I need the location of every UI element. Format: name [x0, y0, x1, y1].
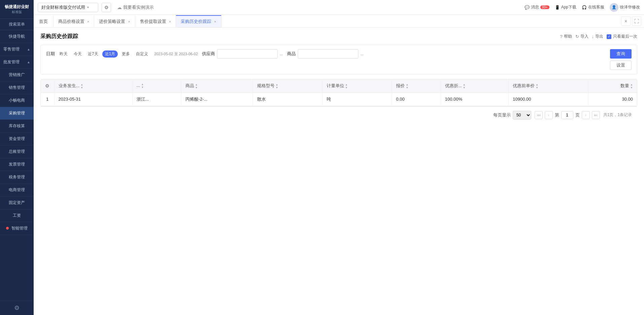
goods-input[interactable]: [298, 49, 358, 59]
settings-gear-icon: ⚙: [14, 305, 20, 311]
sidebar-item-ecommerce[interactable]: 电商管理: [0, 184, 34, 197]
sidebar-item-ai[interactable]: 智能管理: [0, 222, 34, 235]
first-page-btn[interactable]: ⏮: [535, 111, 543, 119]
date-opt-today[interactable]: 今天: [72, 50, 84, 58]
only-last-checkbox[interactable]: ✓: [607, 34, 611, 39]
import-label: 导入: [580, 34, 588, 39]
gear-col-icon[interactable]: ⚙: [45, 83, 49, 89]
sidebar-item-retail[interactable]: 零售管理 ▲: [0, 43, 34, 56]
gear-icon: ⚙: [104, 5, 109, 10]
table-body: 1 2023-05-31 浙江... 丙烯酸-2-... 散水 吨 0.00 1…: [41, 93, 637, 106]
close-icon-purchase-strategy[interactable]: ×: [128, 20, 130, 24]
cell-quantity: 30.00: [588, 93, 637, 106]
sidebar-search[interactable]: 搜索菜单: [0, 19, 34, 30]
cell-supplier: 浙江...: [132, 93, 181, 106]
th-discount[interactable]: 优惠折...▲▼: [441, 79, 508, 93]
filter-bar: 日期 昨天 今天 近7天 近1月 更多 自定义 2023-05-02 至 202…: [40, 45, 637, 74]
import-btn[interactable]: ↻ 导入: [575, 34, 588, 39]
page-inner: 采购历史价跟踪 ? 帮助 ↻ 导入 ↓ 导出 ✓: [34, 28, 644, 315]
only-last-checkbox-wrap[interactable]: ✓ 只看最后一次: [607, 34, 637, 39]
sidebar-item-ledger[interactable]: 总账管理: [0, 145, 34, 158]
dot-icon-ai: [6, 227, 9, 230]
demo-label: 我要看实例演示: [123, 4, 154, 10]
sidebar-item-fixed-assets[interactable]: 固定资产: [0, 197, 34, 209]
th-date[interactable]: 业务发生...▲▼: [54, 79, 132, 93]
sort-icon-more: ▲▼: [141, 83, 144, 89]
demo-link[interactable]: ☁ 我要看实例演示: [117, 4, 154, 10]
prev-page-btn[interactable]: ‹: [545, 111, 553, 119]
th-price[interactable]: 报价▲▼: [392, 79, 441, 93]
th-goods[interactable]: 商品▲▼: [181, 79, 253, 93]
sidebar-item-inventory[interactable]: 库存核算: [0, 120, 34, 133]
sidebar-item-ecommerce-small[interactable]: 小畅电商: [0, 94, 34, 107]
export-icon: ↓: [592, 34, 594, 39]
date-filter-label: 日期: [46, 51, 55, 57]
topbar-gear-btn[interactable]: ⚙: [102, 3, 111, 12]
close-icon-goods-price[interactable]: ×: [87, 20, 89, 24]
date-opt-custom[interactable]: 自定义: [134, 50, 150, 58]
close-all-icon: ×: [624, 19, 627, 24]
sidebar-item-salary[interactable]: 工资: [0, 209, 34, 222]
online-service-btn[interactable]: 🎧 在线客服: [582, 4, 604, 10]
sort-icon-unit: ▲▼: [345, 83, 348, 89]
supplier-input[interactable]: [217, 49, 278, 59]
per-page-label: 每页显示: [493, 112, 511, 118]
date-opt-more[interactable]: 更多: [120, 50, 132, 58]
sidebar-item-marketing[interactable]: 营销推广: [0, 69, 34, 81]
supplier-label: 供应商: [202, 51, 215, 57]
next-page-btn[interactable]: ›: [582, 111, 590, 119]
message-btn[interactable]: 💬 消息 99+: [525, 4, 549, 10]
last-page-btn[interactable]: ⏭: [592, 111, 600, 119]
tabbar-right: × ⛶: [617, 15, 644, 27]
date-opt-1month[interactable]: 近1月: [102, 50, 118, 58]
th-gear[interactable]: ⚙: [41, 79, 54, 93]
product-select[interactable]: 好业财标准版交付试用 ▾: [38, 3, 98, 12]
page-content: 采购历史价跟踪 ? 帮助 ↻ 导入 ↓ 导出 ✓: [34, 28, 644, 315]
user-name-label: 徐泽华修改: [620, 4, 640, 10]
online-service-label: 在线客服: [588, 4, 604, 10]
tab-sale-price[interactable]: 售价提取设置 ×: [135, 15, 176, 27]
page-number-input[interactable]: [561, 111, 573, 119]
export-btn[interactable]: ↓ 导出: [592, 34, 604, 39]
tab-purchase-strategy[interactable]: 进价策略设置 ×: [94, 15, 135, 27]
sidebar-settings-btn[interactable]: ⚙: [0, 301, 34, 315]
tab-home[interactable]: 首页: [34, 15, 53, 27]
sidebar-quick-nav[interactable]: 快捷导航: [0, 30, 34, 43]
goods-more-btn[interactable]: ...: [360, 51, 364, 56]
fullscreen-btn[interactable]: ⛶: [632, 16, 641, 26]
tab-goods-price[interactable]: 商品价格设置 ×: [53, 15, 94, 27]
setting-btn[interactable]: 设置: [610, 61, 632, 70]
app-download-label: App下载: [561, 4, 576, 10]
th-quantity[interactable]: 数量▲▼: [588, 79, 637, 93]
query-btn[interactable]: 查询: [610, 49, 632, 59]
date-opt-7days[interactable]: 近7天: [86, 50, 100, 58]
per-page-select[interactable]: 50 10 20 100: [513, 111, 531, 119]
supplier-more-btn[interactable]: ...: [280, 51, 283, 56]
th-unit[interactable]: 计量单位▲▼: [322, 79, 392, 93]
close-icon-sale-price[interactable]: ×: [169, 20, 171, 24]
app-download-btn[interactable]: 📱 App下载: [555, 4, 576, 10]
sidebar-item-tax[interactable]: 税务管理: [0, 171, 34, 184]
sidebar-item-wholesale[interactable]: 批发管理 ▲: [0, 56, 34, 69]
th-price-before[interactable]: 优惠前单价▲▼: [509, 79, 588, 93]
sidebar-item-sales[interactable]: 销售管理: [0, 81, 34, 94]
th-spec[interactable]: 规格型号▲▼: [253, 79, 322, 93]
message-icon: 💬: [525, 5, 530, 10]
page-nav: ⏮ ‹ 第 页 › ⏭: [535, 111, 600, 119]
close-icon-purchase-history[interactable]: ×: [214, 20, 216, 24]
tab-purchase-history[interactable]: 采购历史价跟踪 ×: [176, 15, 221, 27]
user-info-btn[interactable]: 👤 徐泽华修改: [610, 3, 640, 12]
cell-seq: 1: [41, 93, 54, 106]
sidebar-item-invoice[interactable]: 发票管理: [0, 158, 34, 171]
th-more[interactable]: ...▲▼: [132, 79, 181, 93]
date-opt-yesterday[interactable]: 昨天: [58, 50, 70, 58]
sidebar-item-purchase[interactable]: 采购管理: [0, 107, 34, 120]
sidebar-item-wholesale-label: 批发管理: [3, 59, 20, 65]
close-all-tabs-btn[interactable]: ×: [621, 16, 631, 26]
tab-sale-price-label: 售价提取设置: [140, 19, 166, 25]
message-label: 消息: [531, 4, 539, 10]
per-page-wrap: 每页显示 50 10 20 100: [493, 111, 531, 119]
help-btn[interactable]: ? 帮助: [560, 34, 572, 39]
page-header: 采购历史价跟踪 ? 帮助 ↻ 导入 ↓ 导出 ✓: [40, 33, 637, 40]
sidebar-item-finance[interactable]: 资金管理: [0, 133, 34, 145]
